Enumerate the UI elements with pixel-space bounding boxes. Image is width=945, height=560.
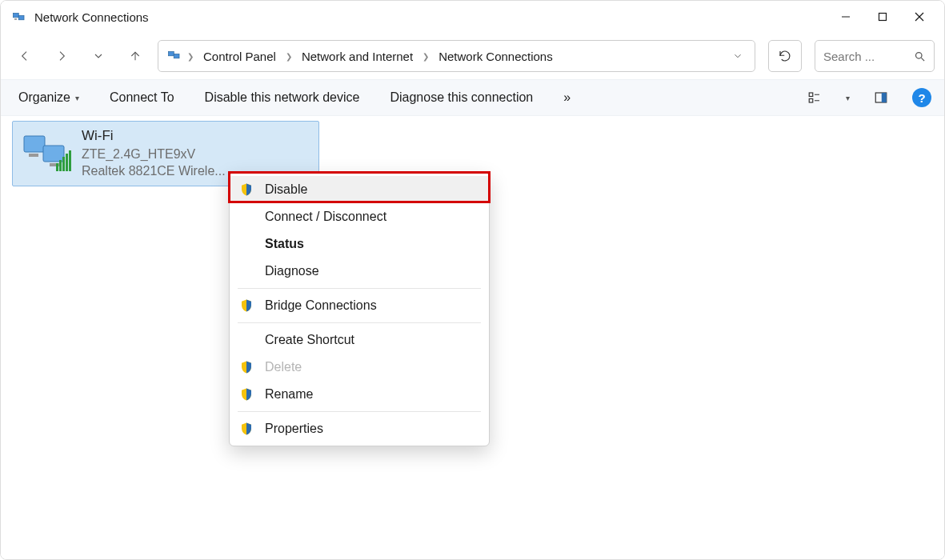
preview-pane-button[interactable]	[871, 87, 891, 108]
search-input[interactable]: Search ...	[815, 40, 935, 72]
svg-rect-23	[59, 160, 62, 171]
ctx-label: Properties	[265, 422, 323, 436]
titlebar: Network Connections	[1, 1, 944, 33]
connect-to-button[interactable]: Connect To	[105, 87, 179, 108]
context-menu: Disable Connect / Disconnect Status Diag…	[229, 172, 490, 446]
svg-rect-20	[29, 154, 38, 157]
ctx-delete: Delete	[230, 354, 489, 381]
connection-text: Wi-Fi ZTE_2.4G_HTE9xV Realtek 8821CE Wir…	[82, 127, 226, 180]
diagnose-connection-button[interactable]: Diagnose this connection	[385, 87, 538, 108]
close-button[interactable]	[901, 3, 938, 30]
up-button[interactable]	[121, 42, 150, 70]
svg-rect-22	[56, 163, 58, 171]
ctx-label: Connect / Disconnect	[265, 210, 386, 224]
ctx-label: Rename	[265, 387, 313, 402]
svg-rect-26	[69, 150, 71, 171]
svg-rect-2	[14, 18, 17, 20]
ctx-properties[interactable]: Properties	[230, 415, 489, 442]
search-icon	[914, 50, 926, 62]
ctx-connect-disconnect[interactable]: Connect / Disconnect	[230, 203, 489, 230]
window-title: Network Connections	[34, 10, 149, 24]
minimize-button[interactable]	[827, 3, 864, 30]
app-icon	[12, 10, 26, 24]
svg-point-10	[916, 52, 923, 58]
organize-menu[interactable]: Organize ▾	[14, 87, 84, 108]
breadcrumb-network-connections[interactable]: Network Connections	[434, 46, 558, 66]
connection-ssid: ZTE_2.4G_HTE9xV	[82, 146, 226, 163]
chevron-right-icon: ❯	[186, 52, 195, 61]
svg-rect-18	[24, 136, 45, 152]
blank-icon	[239, 264, 254, 278]
svg-rect-12	[809, 93, 813, 97]
shield-icon	[239, 298, 254, 313]
ctx-label: Status	[265, 237, 304, 251]
shield-icon	[239, 422, 254, 436]
ctx-label: Bridge Connections	[265, 298, 377, 313]
disable-device-label: Disable this network device	[205, 90, 360, 105]
blank-icon	[239, 237, 254, 251]
svg-rect-25	[66, 154, 68, 171]
svg-rect-4	[879, 14, 887, 21]
ctx-label: Disable	[265, 182, 307, 197]
ctx-status[interactable]: Status	[230, 230, 489, 258]
ctx-bridge-connections[interactable]: Bridge Connections	[230, 292, 489, 319]
forward-button[interactable]	[47, 42, 76, 70]
ctx-diagnose[interactable]: Diagnose	[230, 258, 489, 285]
svg-rect-8	[169, 51, 174, 55]
svg-rect-1	[18, 16, 24, 20]
command-bar: Organize ▾ Connect To Disable this netwo…	[1, 79, 944, 116]
caret-down-icon: ▾	[75, 94, 79, 102]
ctx-label: Create Shortcut	[265, 333, 354, 347]
ctx-create-shortcut[interactable]: Create Shortcut	[230, 326, 489, 354]
shield-icon	[239, 360, 254, 374]
svg-rect-13	[809, 99, 813, 103]
overflow-label: »	[563, 90, 571, 105]
recent-locations-button[interactable]	[84, 42, 113, 70]
navigation-row: ❯ Control Panel ❯ Network and Internet ❯…	[1, 33, 944, 79]
address-dropdown-button[interactable]	[726, 44, 750, 68]
svg-rect-24	[62, 157, 65, 171]
organize-label: Organize	[18, 90, 70, 105]
view-options-button[interactable]	[804, 87, 825, 108]
svg-rect-17	[882, 93, 887, 102]
svg-rect-0	[14, 14, 19, 18]
maximize-button[interactable]	[864, 3, 901, 30]
refresh-button[interactable]	[768, 40, 802, 72]
chevron-right-icon: ❯	[421, 52, 430, 61]
back-button[interactable]	[10, 42, 39, 70]
shield-icon	[239, 387, 254, 402]
svg-rect-19	[43, 146, 64, 162]
svg-rect-9	[174, 54, 179, 58]
address-bar[interactable]: ❯ Control Panel ❯ Network and Internet ❯…	[158, 40, 755, 72]
ctx-disable[interactable]: Disable	[230, 176, 489, 203]
connection-adapter: Realtek 8821CE Wirele...	[82, 162, 226, 180]
ctx-label: Delete	[265, 360, 302, 374]
overflow-button[interactable]: »	[559, 87, 575, 108]
separator	[238, 411, 481, 412]
shield-icon	[239, 182, 254, 197]
window-controls	[827, 3, 938, 30]
breadcrumb-network-internet[interactable]: Network and Internet	[297, 46, 418, 66]
connection-name: Wi-Fi	[82, 127, 226, 146]
ctx-rename[interactable]: Rename	[230, 381, 489, 408]
disable-device-button[interactable]: Disable this network device	[200, 87, 365, 108]
separator	[238, 288, 481, 289]
connect-to-label: Connect To	[110, 90, 174, 105]
blank-icon	[239, 210, 254, 224]
blank-icon	[239, 333, 254, 347]
caret-down-icon[interactable]: ▾	[846, 94, 850, 102]
network-adapter-icon	[21, 131, 72, 176]
folder-icon	[166, 48, 182, 65]
search-placeholder: Search ...	[823, 50, 914, 63]
separator	[238, 322, 481, 323]
chevron-right-icon: ❯	[284, 52, 294, 61]
breadcrumb-control-panel[interactable]: Control Panel	[198, 46, 281, 66]
ctx-label: Diagnose	[265, 264, 319, 278]
diagnose-label: Diagnose this connection	[390, 90, 533, 105]
svg-line-11	[921, 58, 924, 61]
help-button[interactable]: ?	[912, 88, 931, 107]
